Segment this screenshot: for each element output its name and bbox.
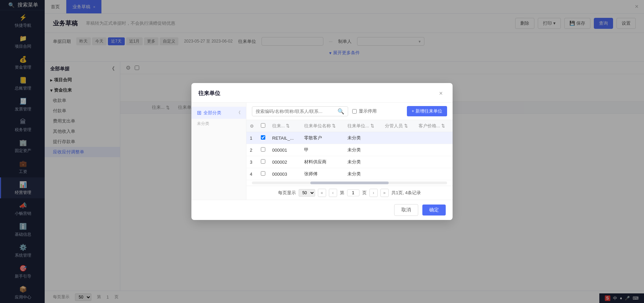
row-index: 3 [246,156,257,168]
per-page-select[interactable]: 50 [299,189,315,197]
dialog-content: 🔍 显示停用 + 新增往来单位 ⚙ [246,103,453,200]
dialog-table: ⚙ 往来... ⇅ 往来单位名称 ⇅ 往来单位... ⇅ 分管人员 ⇅ 客户价格… [246,120,453,180]
row-manager [381,132,415,144]
dialog-table-head: ⚙ 往来... ⇅ 往来单位名称 ⇅ 往来单位... ⇅ 分管人员 ⇅ 客户价格… [246,120,453,132]
next-page-btn[interactable]: › [369,189,378,197]
partner-dialog: 往来单位 × ⊞ 全部分类 《 未分类 🔍 [191,83,453,220]
partner-search-input[interactable] [256,109,337,114]
row-code: RETAIL_... [269,132,301,144]
row-code: 000002 [269,156,301,168]
dialog-pagination: 每页显示 50 « ‹ 第 页 › » 共1页, 4条记录 [246,186,453,200]
row-code: 000003 [269,168,301,180]
dialog-title: 往来单位 [198,90,220,97]
dlg-th-checkbox [257,120,269,132]
row-manager [381,168,415,180]
dialog-sidebar-collapse[interactable]: 《 [236,110,241,116]
show-disabled-wrap: 显示停用 [352,108,377,114]
new-partner-button[interactable]: + 新增往来单位 [407,106,447,116]
dialog-uncategorized-label: 未分类 [191,119,246,127]
page-number-input[interactable] [347,189,359,196]
dlg-th-manager[interactable]: 分管人员 ⇅ [381,120,415,132]
row-checkbox[interactable] [261,159,265,164]
show-disabled-label: 显示停用 [359,108,377,114]
table-row[interactable]: 2 000001 甲 未分类 [246,144,453,156]
row-code: 000001 [269,144,301,156]
row-index: 1 [246,132,257,144]
dialog-scrollbar[interactable] [252,182,447,184]
scrollbar-thumb[interactable] [310,182,388,184]
table-row[interactable]: 3 000002 材料供应商 未分类 [246,156,453,168]
prev-page-btn[interactable]: ‹ [329,189,337,197]
page-label: 页 [362,190,367,196]
dlg-th-code[interactable]: 往来... ⇅ [269,120,301,132]
dlg-th-settings: ⚙ [246,120,257,132]
dialog-close-button[interactable]: × [436,89,446,98]
row-price [415,168,453,180]
dialog-search-bar: 🔍 显示停用 + 新增往来单位 [246,103,453,120]
dialog-body: ⊞ 全部分类 《 未分类 🔍 显示停用 [191,103,453,200]
row-name: 张师傅 [301,168,344,180]
row-index: 4 [246,168,257,180]
row-manager [381,144,415,156]
row-category: 未分类 [344,168,381,180]
first-page-btn[interactable]: « [318,189,326,197]
table-row[interactable]: 1 RETAIL_... 零散客户 未分类 [246,132,453,144]
row-name: 甲 [301,144,344,156]
table-row[interactable]: 4 000003 张师傅 未分类 [246,168,453,180]
dlg-th-price[interactable]: 客户价格... ⇅ [415,120,453,132]
show-disabled-checkbox[interactable] [352,109,357,114]
row-index: 2 [246,144,257,156]
dlg-th-name[interactable]: 往来单位名称 ⇅ [301,120,344,132]
total-info: 共1页, 4条记录 [391,190,421,196]
row-name: 零散客户 [301,132,344,144]
row-name: 材料供应商 [301,156,344,168]
dialog-header: 往来单位 × [191,83,453,103]
row-price [415,156,453,168]
row-checkbox[interactable] [261,147,265,152]
row-category: 未分类 [344,144,381,156]
last-page-btn[interactable]: » [380,189,389,197]
row-price [415,132,453,144]
row-manager [381,156,415,168]
grid-icon: ⊞ [197,109,201,116]
dialog-category-all[interactable]: ⊞ 全部分类 《 [191,107,246,119]
dlg-select-all-checkbox[interactable] [261,123,265,128]
dlg-th-category[interactable]: 往来单位... ⇅ [344,120,381,132]
row-checkbox[interactable] [261,135,265,140]
dialog-footer: 取消 确定 [191,200,453,220]
confirm-button[interactable]: 确定 [422,205,446,215]
cancel-button[interactable]: 取消 [394,204,418,216]
modal-overlay[interactable]: 往来单位 × ⊞ 全部分类 《 未分类 🔍 [0,0,644,303]
row-category: 未分类 [344,132,381,144]
row-checkbox[interactable] [261,171,265,176]
search-input-wrap: 🔍 [252,106,348,116]
row-category: 未分类 [344,156,381,168]
dialog-sidebar: ⊞ 全部分类 《 未分类 [191,103,246,200]
per-page-label: 每页显示 [278,190,296,196]
page-label-pre: 第 [340,190,344,196]
row-price [415,144,453,156]
search-icon: 🔍 [337,108,344,115]
